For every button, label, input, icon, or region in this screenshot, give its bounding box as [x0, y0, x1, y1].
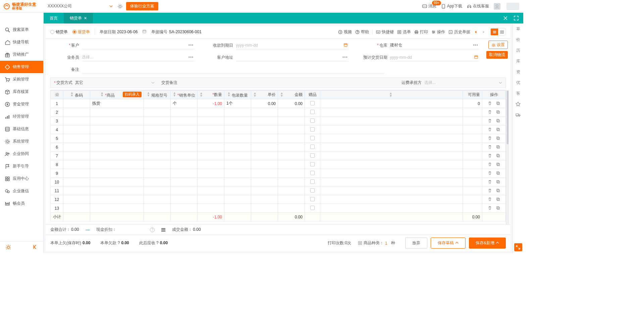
checkbox-icon[interactable] [310, 110, 315, 114]
cell-gift[interactable] [305, 169, 320, 178]
sidebar-item-marketing[interactable]: 营销推广 [0, 48, 43, 61]
cell-spec[interactable] [144, 134, 171, 143]
sidebar-item-system[interactable]: 系统管理 [0, 135, 43, 148]
table-row[interactable]: 9 [51, 169, 506, 178]
cell-avail[interactable] [463, 143, 482, 152]
cell-qty[interactable] [198, 160, 224, 169]
cell-amount[interactable] [278, 169, 305, 178]
table-row[interactable]: 2 [51, 108, 506, 117]
row-delete-icon[interactable] [488, 145, 492, 150]
col-spec[interactable]: ▲▼规格型号 [144, 91, 171, 99]
cell-barcode[interactable] [63, 108, 90, 117]
cell-extra[interactable] [320, 187, 463, 195]
cell-gift[interactable] [305, 117, 320, 125]
header-video[interactable]: 视频 [338, 29, 352, 35]
cell-amount[interactable] [278, 117, 305, 125]
app-download-button[interactable]: App下载 [441, 3, 462, 9]
rail-item-草[interactable]: 草 [514, 25, 522, 33]
row-delete-icon[interactable] [488, 128, 492, 133]
sidebar-item-quick-nav[interactable]: 快捷导航 [0, 36, 43, 48]
row-delete-icon[interactable] [488, 163, 492, 167]
info-icon[interactable]: ? [118, 241, 120, 245]
col-pkg[interactable]: ▲▼包装数量 [224, 91, 251, 99]
row-copy-icon[interactable] [496, 145, 500, 150]
settings-gear-icon[interactable] [5, 244, 11, 251]
checkbox-icon[interactable] [310, 145, 315, 149]
cell-unit[interactable] [171, 160, 198, 169]
cell-avail[interactable]: 0 [463, 99, 482, 108]
messages-button[interactable]: 消息 99+ [422, 3, 436, 9]
rail-item-资[interactable]: 资 [514, 68, 522, 76]
cell-price[interactable] [251, 160, 278, 169]
cell-avail[interactable] [463, 134, 482, 143]
support-button[interactable]: 在线客服 [467, 3, 489, 9]
row-copy-icon[interactable] [496, 171, 500, 176]
sidebar-item-member[interactable]: 畅会员 [0, 197, 43, 210]
table-row[interactable]: 6 [51, 143, 506, 152]
table-row[interactable]: 11 [51, 187, 506, 195]
col-unit[interactable]: ▲▼*销售单位 [171, 91, 198, 99]
warehouse-field[interactable]: 建材仓••• [390, 41, 479, 49]
cell-price[interactable] [251, 134, 278, 143]
sidebar-item-guide[interactable]: 新手引导 [0, 160, 43, 172]
row-copy-icon[interactable] [496, 110, 500, 115]
col-blank[interactable]: ▲▼ [320, 91, 463, 99]
collapse-sidebar-icon[interactable] [33, 244, 38, 251]
cell-barcode[interactable] [63, 160, 90, 169]
avatar[interactable] [506, 3, 519, 10]
checkbox-icon[interactable] [310, 197, 315, 201]
cell-unit[interactable] [171, 143, 198, 152]
salesperson-field[interactable]: 选择...••• [82, 53, 194, 61]
cell-unit[interactable] [171, 195, 198, 204]
cell-avail[interactable] [463, 195, 482, 204]
table-row[interactable]: 5 [51, 134, 506, 143]
row-delete-icon[interactable] [488, 137, 492, 141]
sidebar-item-sales[interactable]: 销售管理 [0, 61, 43, 73]
checkbox-icon[interactable] [310, 127, 315, 132]
cell-amount[interactable] [278, 195, 305, 204]
cell-avail[interactable] [463, 117, 482, 125]
cell-unit[interactable] [171, 169, 198, 178]
cell-pkg[interactable] [224, 108, 251, 117]
cell-unit[interactable] [171, 204, 198, 213]
cell-price[interactable] [251, 195, 278, 204]
cell-product[interactable] [90, 178, 144, 187]
cell-product[interactable] [90, 187, 144, 195]
cell-amount[interactable] [278, 204, 305, 213]
col-barcode[interactable]: ▲▼条码 [63, 91, 90, 99]
rail-item-优[interactable]: 优 [514, 79, 522, 87]
cell-barcode[interactable] [63, 117, 90, 125]
sidebar-item-wechat[interactable]: 企业微信 [0, 185, 43, 197]
row-delete-icon[interactable] [488, 110, 492, 115]
address-field[interactable]: ••• [236, 53, 348, 61]
cell-avail[interactable] [463, 187, 482, 195]
company-settings-icon[interactable] [117, 4, 123, 9]
cell-spec[interactable] [144, 204, 171, 213]
cell-qty[interactable] [198, 187, 224, 195]
cell-product[interactable] [90, 108, 144, 117]
header-shortcut[interactable]: 快捷键 [376, 29, 394, 35]
header-history[interactable]: 历史单据 [448, 29, 470, 35]
sidebar-item-purchase[interactable]: 采购管理 [0, 73, 43, 86]
table-row[interactable]: 13 [51, 204, 506, 213]
checkbox-icon[interactable] [310, 188, 315, 193]
cell-barcode[interactable] [63, 178, 90, 187]
row-copy-icon[interactable] [496, 137, 500, 141]
info-icon[interactable]: ? [156, 241, 159, 245]
cell-extra[interactable] [320, 195, 463, 204]
cell-avail[interactable] [463, 178, 482, 187]
row-delete-icon[interactable] [488, 171, 492, 176]
checkbox-icon[interactable] [310, 101, 315, 105]
cell-pkg[interactable] [224, 204, 251, 213]
cell-spec[interactable] [144, 99, 171, 108]
cell-extra[interactable] [320, 152, 463, 160]
cell-amount[interactable] [278, 160, 305, 169]
cell-extra[interactable] [320, 204, 463, 213]
cell-extra[interactable] [320, 125, 463, 134]
cell-qty[interactable] [198, 169, 224, 178]
doc-date-calendar-icon[interactable] [142, 29, 147, 35]
rail-item-star[interactable] [514, 100, 522, 108]
cell-qty[interactable] [198, 134, 224, 143]
cell-qty[interactable] [198, 204, 224, 213]
row-delete-icon[interactable] [488, 119, 492, 124]
